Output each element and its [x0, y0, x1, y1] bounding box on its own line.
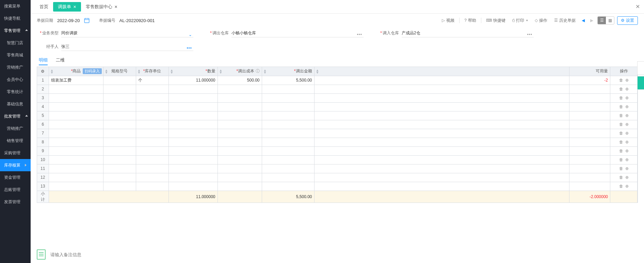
delete-icon[interactable]: 🗑	[619, 131, 623, 136]
history-button[interactable]: ☰历史单据	[552, 16, 578, 25]
add-icon[interactable]: ⊕	[625, 113, 629, 118]
right-tab-2[interactable]	[637, 76, 644, 90]
sidebar-item[interactable]: 营销推广	[0, 122, 31, 135]
add-icon[interactable]: ⊕	[625, 175, 629, 180]
col-product[interactable]: ▲▼*商品扫码录入	[49, 67, 103, 76]
delete-icon[interactable]: 🗑	[619, 157, 623, 162]
col-avail[interactable]: 可用量	[569, 67, 610, 76]
add-icon[interactable]: ⊕	[625, 87, 629, 91]
scan-input-button[interactable]: 扫码录入	[83, 68, 102, 74]
delete-icon[interactable]: 🗑	[619, 122, 623, 127]
close-icon[interactable]: ✕	[73, 2, 76, 12]
sub-tabs: 明细 二维	[31, 54, 644, 65]
help-button[interactable]: ?帮助	[462, 16, 478, 25]
delete-icon[interactable]: 🗑	[619, 78, 623, 83]
sidebar-item[interactable]: 搜索菜单	[0, 0, 31, 12]
delete-icon[interactable]: 🗑	[619, 148, 623, 153]
add-icon[interactable]: ⊕	[625, 131, 629, 136]
table-row[interactable]: 7🗑⊕	[37, 129, 638, 138]
note-input[interactable]	[50, 252, 638, 257]
right-tab-1[interactable]	[637, 61, 644, 75]
table-row[interactable]: 8🗑⊕	[37, 138, 638, 146]
sidebar-item[interactable]: 营销推广	[0, 61, 31, 73]
subtab-detail[interactable]: 明细	[39, 56, 48, 65]
view-list-icon[interactable]: ☰	[598, 17, 606, 24]
col-out-amount[interactable]: ▲▼*调出金额	[262, 67, 314, 76]
add-icon[interactable]: ⊕	[625, 166, 629, 171]
table-row[interactable]: 4🗑⊕	[37, 102, 638, 111]
subtab-2d[interactable]: 二维	[56, 56, 65, 65]
add-icon[interactable]: ⊕	[625, 157, 629, 162]
chevron-down-icon: ⌄	[189, 30, 192, 39]
add-icon[interactable]: ⊕	[625, 148, 629, 153]
add-icon[interactable]: ⊕	[625, 140, 629, 144]
table-row[interactable]: 1组装加工费个11.000000500.005,500.00-2🗑⊕	[37, 76, 638, 85]
biz-type-select[interactable]: 同价调拨⌄	[61, 29, 193, 37]
sidebar-item[interactable]: 批发管理	[0, 110, 31, 122]
sidebar-item[interactable]: 总账管理	[0, 183, 31, 196]
doc-no-label: 单据编号	[99, 18, 115, 23]
view-grid-icon[interactable]: ▦	[606, 17, 614, 24]
sidebar-item[interactable]: 会员中心	[0, 73, 31, 86]
table-row[interactable]: 11🗑⊕	[37, 164, 638, 173]
sidebar-item[interactable]: 零售商城	[0, 49, 31, 61]
next-doc-button[interactable]: ▶	[589, 18, 595, 23]
delete-icon[interactable]: 🗑	[619, 113, 623, 118]
video-button[interactable]: ▷视频	[440, 16, 456, 25]
sidebar-item[interactable]: 采购管理	[0, 147, 31, 159]
table-row[interactable]: 9🗑⊕	[37, 146, 638, 155]
table-row[interactable]: 13🗑⊕	[37, 182, 638, 191]
print-button[interactable]: ⎙打印▾	[510, 16, 530, 25]
add-icon[interactable]: ⊕	[625, 95, 629, 100]
out-wh-select[interactable]: 小畅小畅仓库•••	[231, 29, 364, 37]
sidebar-item[interactable]: 基础信息	[0, 98, 31, 110]
sidebar-item[interactable]: 销售管理	[0, 135, 31, 147]
table-row[interactable]: 3🗑⊕	[37, 93, 638, 102]
add-icon[interactable]: ⊕	[625, 184, 629, 189]
add-icon[interactable]: ⊕	[625, 122, 629, 127]
history-icon: ☰	[554, 18, 558, 23]
delete-icon[interactable]: 🗑	[619, 95, 623, 100]
table-row[interactable]: 5🗑⊕	[37, 111, 638, 120]
sidebar-item[interactable]: 智慧门店	[0, 37, 31, 49]
table-row[interactable]: 2🗑⊕	[37, 85, 638, 93]
sidebar-item[interactable]: 零售管理	[0, 24, 31, 37]
delete-icon[interactable]: 🗑	[619, 104, 623, 109]
person-select[interactable]: 张三•••	[61, 42, 193, 51]
delete-icon[interactable]: 🗑	[619, 140, 623, 144]
action-button[interactable]: ◇操作	[533, 16, 549, 25]
sidebar-item[interactable]: 零售统计	[0, 86, 31, 98]
tab[interactable]: 首页	[35, 2, 53, 12]
col-out-cost[interactable]: ▲▼*调出成本 ⓘ	[218, 67, 262, 76]
sidebar-item[interactable]: 快捷导航	[0, 12, 31, 24]
sidebar-item[interactable]: 资金管理	[0, 171, 31, 183]
delete-icon[interactable]: 🗑	[619, 87, 623, 91]
col-qty[interactable]: ▲▼*数量	[168, 67, 218, 76]
prev-doc-button[interactable]: ◀	[580, 18, 586, 23]
table-row[interactable]: 10🗑⊕	[37, 155, 638, 164]
tab[interactable]: 零售数据中心✕	[81, 2, 122, 12]
close-icon[interactable]: ✕	[114, 2, 117, 12]
add-icon[interactable]: ⊕	[625, 78, 629, 83]
in-wh-select[interactable]: 产成品2仓•••	[402, 29, 534, 37]
doc-date-value[interactable]: 2022-09-20	[57, 18, 80, 23]
table-row[interactable]: 6🗑⊕	[37, 120, 638, 129]
col-spec[interactable]: ▲▼规格型号	[103, 67, 136, 76]
delete-icon[interactable]: 🗑	[619, 166, 623, 171]
sidebar-item[interactable]: 发票管理	[0, 196, 31, 208]
close-all-tabs-icon[interactable]: ✕	[635, 3, 640, 10]
col-unit[interactable]: ▲▼*库存单位	[136, 67, 168, 76]
sidebar: 搜索菜单快捷导航零售管理智慧门店零售商城营销推广会员中心零售统计基础信息批发管理…	[0, 0, 31, 263]
settings-button[interactable]: ⚙设置	[617, 16, 638, 25]
grid-settings-icon[interactable]: ⚙	[37, 67, 49, 76]
table-row[interactable]: 12🗑⊕	[37, 173, 638, 182]
hotkey-button[interactable]: ⌨快捷键	[484, 16, 508, 25]
add-icon[interactable]: ⊕	[625, 104, 629, 109]
tab[interactable]: 调拨单✕	[53, 2, 81, 12]
sidebar-item[interactable]: 库存核算	[0, 159, 31, 171]
delete-icon[interactable]: 🗑	[619, 184, 623, 189]
row-op: 🗑⊕	[610, 146, 638, 155]
delete-icon[interactable]: 🗑	[619, 175, 623, 180]
calendar-icon[interactable]	[84, 18, 90, 23]
row-op: 🗑⊕	[610, 111, 638, 120]
